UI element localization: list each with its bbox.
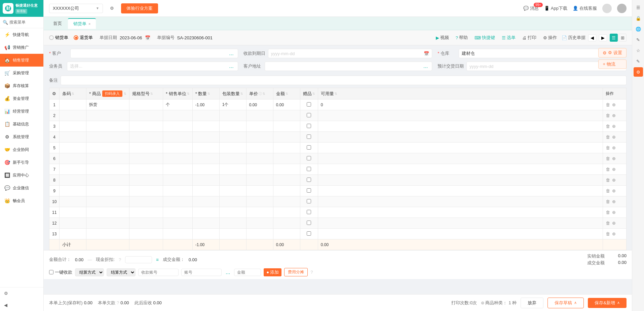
notes-input[interactable] (61, 76, 627, 85)
pkg-qty-cell[interactable]: 1个 (219, 100, 246, 110)
delete-icon[interactable]: 🗑 (606, 124, 610, 129)
save-new-button[interactable]: 保存&新增 ∧ (588, 298, 627, 308)
product-type-info[interactable]: ⊙ 商品种类： 1 种 (481, 300, 517, 306)
copy-icon[interactable]: ⊕ (612, 145, 616, 150)
delete-icon[interactable]: 🗑 (606, 113, 610, 118)
one-key-payment-checkbox[interactable]: 一键收款 (49, 269, 72, 275)
layout-list-button[interactable]: ☰ (610, 34, 618, 42)
sort-icon-price[interactable]: ⇅ (263, 92, 265, 95)
delete-icon[interactable]: 🗑 (606, 199, 610, 204)
settings-gear-button[interactable]: ⚙ (107, 3, 117, 13)
nav-prev-button[interactable]: ◀ (588, 34, 596, 41)
select-button[interactable]: ☰ 选单 (500, 34, 518, 42)
sidebar-item-enterprise[interactable]: 🤝 企业协同 (0, 143, 43, 156)
save-draft-button[interactable]: 保存草稿 ∧ (547, 298, 584, 308)
company-selector[interactable]: XXXXXX公司 ▼ (49, 4, 103, 13)
copy-icon[interactable]: ⊕ (612, 102, 616, 107)
right-panel-btn-4[interactable]: ✎ (634, 35, 643, 44)
right-panel-btn-5[interactable]: ☆ (634, 46, 643, 55)
calendar-icon-due[interactable]: 📅 (424, 51, 429, 56)
sort-icon-gift[interactable]: ⇅ (312, 92, 315, 95)
help-button[interactable]: ? 帮助 (454, 34, 470, 42)
delete-icon[interactable]: 🗑 (606, 231, 610, 236)
sort-icon-unit[interactable]: ⇅ (187, 92, 190, 95)
delete-icon[interactable]: 🗑 (606, 178, 610, 183)
online-service-button[interactable]: 👤 在线客服 (573, 5, 597, 11)
customer-dots[interactable]: ... (228, 50, 235, 56)
unit-price-cell[interactable]: 0.00 (246, 100, 273, 110)
trial-button[interactable]: 体验行业方案 (121, 3, 158, 13)
account-dots[interactable]: ... (224, 269, 231, 275)
sort-icon-pkg-qty[interactable]: ⇅ (240, 92, 243, 95)
col-settings-header[interactable]: ⚙ (49, 88, 60, 100)
tab-home[interactable]: 首页 (48, 18, 67, 29)
messages-button[interactable]: 💬 消息 99+ (523, 5, 539, 11)
print-button[interactable]: 🖨 打印 (520, 34, 538, 42)
delete-icon[interactable]: 🗑 (606, 134, 610, 140)
scan-button[interactable]: 扫码录入 (102, 90, 122, 97)
delete-icon[interactable]: 🗑 (606, 156, 610, 161)
copy-icon[interactable]: ⊕ (612, 210, 616, 215)
sidebar-item-apps[interactable]: 🔲 应用中心 (0, 169, 43, 182)
sidebar-item-purchase[interactable]: 🛒 采购管理 (0, 67, 43, 79)
sort-icon-qty[interactable]: ⇅ (207, 92, 210, 95)
sort-icon-product[interactable]: ⇅ (124, 92, 126, 95)
sidebar-collapse[interactable]: ◀ (0, 299, 43, 311)
discount-input[interactable] (125, 256, 152, 263)
salesperson-dots[interactable]: ... (228, 63, 235, 69)
spec-cell[interactable] (129, 100, 163, 110)
sidebar-item-quick-nav[interactable]: ⚡ 快捷导航 (0, 28, 43, 41)
tab-sales-order[interactable]: 销货单 × (68, 18, 96, 29)
radio-sales[interactable]: 销货单 (49, 35, 68, 41)
video-button[interactable]: ▶ 视频 (434, 34, 451, 42)
sidebar-item-member[interactable]: 👑 畅会员 (0, 194, 43, 207)
sidebar-item-inventory[interactable]: 📦 库存核算 (0, 79, 43, 92)
copy-icon[interactable]: ⊕ (612, 221, 616, 226)
copy-icon[interactable]: ⊕ (612, 134, 616, 140)
sidebar-item-finance[interactable]: 💰 资金管理 (0, 92, 43, 105)
right-panel-btn-2[interactable]: 🔒 (634, 13, 643, 23)
delete-icon[interactable]: 🗑 (606, 188, 610, 193)
sort-icon-available[interactable]: ⇅ (335, 92, 337, 95)
sidebar-item-operations[interactable]: 📊 经营管理 (0, 105, 43, 118)
customer-address-input[interactable]: ... (265, 62, 432, 71)
sort-icon-barcode[interactable]: ⇅ (72, 92, 74, 95)
sidebar-item-basic[interactable]: 📋 基础信息 (0, 118, 43, 130)
sidebar-item-guide[interactable]: 🎯 新手引导 (0, 156, 43, 169)
delete-icon[interactable]: 🗑 (606, 221, 610, 226)
radio-return[interactable]: 退货单 (74, 35, 93, 41)
right-panel-btn-6[interactable]: ✎ (634, 56, 643, 66)
tab-close-icon[interactable]: × (88, 22, 90, 26)
sidebar-item-wechat[interactable]: 💬 企业微信 (0, 182, 43, 194)
account-input[interactable] (138, 269, 179, 276)
right-panel-btn-7[interactable]: ⚙ (634, 67, 643, 77)
unit-cell[interactable]: 个 (163, 100, 193, 110)
history-button[interactable]: 📄 历史单据 (562, 35, 585, 41)
right-panel-btn-1[interactable]: ☰ (634, 3, 643, 12)
gift-cell[interactable] (300, 100, 318, 110)
delete-icon[interactable]: 🗑 (606, 102, 610, 107)
copy-icon[interactable]: ⊕ (612, 188, 616, 193)
sidebar-item-system[interactable]: ⚙ 系统管理 (0, 130, 43, 143)
delete-icon[interactable]: 🗑 (606, 167, 610, 172)
product-cell[interactable]: 拆货 (86, 100, 129, 110)
operate-button[interactable]: ⚙ 操作 (541, 34, 559, 42)
sort-icon-amount[interactable]: ⇅ (286, 92, 288, 95)
shortcut-button[interactable]: ⌨ 快捷键 (472, 34, 497, 42)
fee-split-button[interactable]: 费用分摊 (284, 268, 308, 276)
search-menu[interactable]: 🔍 搜索菜单 (0, 17, 43, 28)
calculation-method-select[interactable]: 结算方式 (107, 268, 136, 276)
copy-icon[interactable]: ⊕ (612, 178, 616, 183)
settings-button[interactable]: ⚙ ⚙ 设置 (598, 48, 627, 57)
copy-icon[interactable]: ⊕ (612, 199, 616, 204)
layout-grid-button[interactable]: ⊞ (618, 34, 627, 42)
copy-icon[interactable]: ⊕ (612, 231, 616, 236)
sort-icon-spec[interactable]: ⇅ (150, 92, 153, 95)
qty-cell[interactable]: -1.00 (192, 100, 219, 110)
abandon-button[interactable]: 放弃 (521, 298, 543, 308)
sidebar-item-sales[interactable]: 🏠 销售管理 (0, 54, 43, 67)
logistics-button[interactable]: + 物流 (598, 60, 627, 69)
salesperson-input[interactable]: 选择... ... (67, 62, 238, 71)
account-number-input[interactable] (181, 269, 222, 276)
right-panel-btn-3[interactable]: 🌐 (634, 24, 643, 34)
